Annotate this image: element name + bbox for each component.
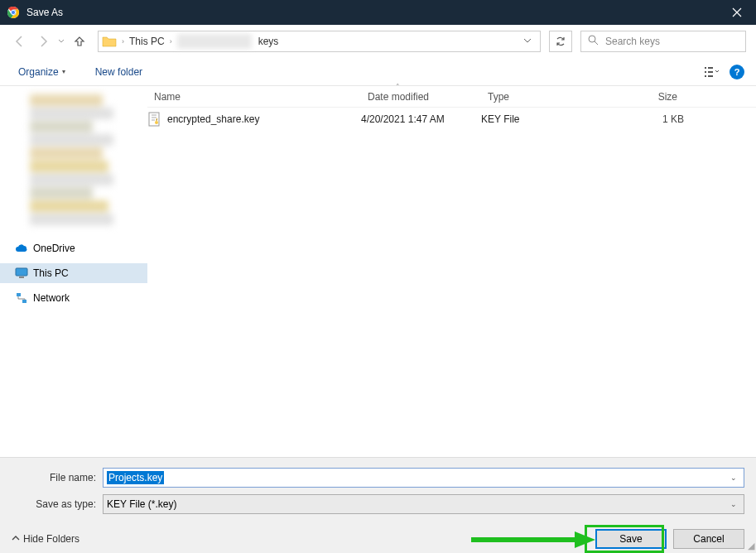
sidebar-item-network[interactable]: Network <box>0 288 147 308</box>
new-folder-button[interactable]: New folder <box>89 63 149 81</box>
dialog-title: Save As <box>26 7 63 18</box>
chevron-down-icon[interactable]: ⌄ <box>727 474 740 482</box>
search-input[interactable]: Search keys <box>580 31 746 52</box>
breadcrumb-thispc[interactable]: This PC <box>126 36 168 47</box>
svg-rect-9 <box>708 75 713 77</box>
navigation-sidebar: OneDrive This PC Network <box>0 86 147 457</box>
svg-rect-7 <box>708 71 713 73</box>
svg-rect-14 <box>149 113 159 126</box>
onedrive-icon <box>15 242 28 255</box>
file-row[interactable]: encrypted_share.key 4/20/2021 1:47 AM KE… <box>147 108 756 131</box>
svg-rect-5 <box>708 67 713 69</box>
svg-rect-11 <box>19 276 24 278</box>
recent-dropdown[interactable] <box>58 37 65 46</box>
hide-folders-button[interactable]: Hide Folders <box>12 533 79 545</box>
title-bar: Save As <box>0 0 756 25</box>
chevron-down-icon: ▾ <box>62 68 65 75</box>
svg-rect-12 <box>17 293 21 296</box>
filename-input[interactable]: Projects.key ⌄ <box>103 468 744 488</box>
dialog-footer: Hide Folders Save Cancel <box>12 529 744 549</box>
sidebar-item-label: This PC <box>33 267 69 279</box>
help-button[interactable]: ? <box>730 65 744 79</box>
file-type: KEY File <box>481 113 601 125</box>
annotation-arrow <box>467 527 600 552</box>
close-button[interactable] <box>718 0 756 25</box>
column-header-date[interactable]: Date modified <box>361 86 481 107</box>
address-dropdown[interactable] <box>518 36 537 46</box>
search-icon <box>588 35 599 48</box>
cancel-button[interactable]: Cancel <box>673 529 744 549</box>
sidebar-item-label: Network <box>33 292 70 304</box>
chevron-right-icon[interactable]: › <box>120 37 126 46</box>
address-bar[interactable]: › This PC › keys <box>98 31 541 52</box>
toolbar: Organize ▾ New folder ? <box>0 58 756 86</box>
chevron-down-icon[interactable]: ⌄ <box>727 500 740 508</box>
file-name: encrypted_share.key <box>167 113 259 125</box>
file-list: ˄ Name Date modified Type Size encrypted… <box>147 86 756 457</box>
up-button[interactable] <box>70 31 89 51</box>
file-size: 1 KB <box>601 113 684 125</box>
filename-label: File name: <box>12 472 103 483</box>
resize-grip-icon[interactable]: ◢ <box>748 541 754 551</box>
organize-menu[interactable]: Organize ▾ <box>12 63 72 81</box>
svg-rect-4 <box>705 67 706 69</box>
key-file-icon <box>147 112 162 127</box>
chrome-icon <box>7 6 20 19</box>
save-button[interactable]: Save <box>595 529 667 549</box>
svg-point-3 <box>589 36 595 42</box>
breadcrumb-redacted <box>177 34 252 49</box>
refresh-button[interactable] <box>549 31 572 52</box>
view-options-button[interactable] <box>700 62 723 82</box>
svg-point-15 <box>155 121 158 124</box>
savetype-label: Save as type: <box>12 498 103 510</box>
filename-value: Projects.key <box>107 471 164 484</box>
column-header-name[interactable]: Name <box>147 86 361 107</box>
svg-rect-8 <box>705 75 706 77</box>
savetype-select[interactable]: KEY File (*.key) ⌄ <box>103 494 744 514</box>
chevron-up-icon <box>12 533 20 545</box>
svg-rect-10 <box>16 268 27 276</box>
sidebar-item-thispc[interactable]: This PC <box>0 263 147 283</box>
sidebar-item-label: OneDrive <box>33 243 75 254</box>
sidebar-redacted-quickaccess <box>30 94 134 225</box>
monitor-icon <box>15 267 28 280</box>
forward-button[interactable] <box>33 31 53 51</box>
column-header-size[interactable]: Size <box>601 86 684 107</box>
save-panel: File name: Projects.key ⌄ Save as type: … <box>0 457 756 553</box>
file-date: 4/20/2021 1:47 AM <box>361 113 481 125</box>
back-button[interactable] <box>10 31 30 51</box>
network-icon <box>15 291 28 305</box>
savetype-value: KEY File (*.key) <box>107 498 727 510</box>
sidebar-item-onedrive[interactable]: OneDrive <box>0 238 147 258</box>
column-header-type[interactable]: Type <box>481 86 601 107</box>
search-placeholder: Search keys <box>605 36 660 47</box>
svg-rect-13 <box>22 300 26 303</box>
sort-indicator-icon: ˄ <box>396 83 400 91</box>
nav-bar: › This PC › keys Search keys <box>0 25 756 58</box>
breadcrumb-keys[interactable]: keys <box>255 36 282 47</box>
svg-point-2 <box>11 10 15 14</box>
column-headers: ˄ Name Date modified Type Size <box>147 86 756 108</box>
main-area: OneDrive This PC Network ˄ Name Date mod… <box>0 86 756 457</box>
folder-icon <box>102 35 117 48</box>
svg-rect-6 <box>705 71 706 73</box>
chevron-right-icon[interactable]: › <box>168 37 174 46</box>
